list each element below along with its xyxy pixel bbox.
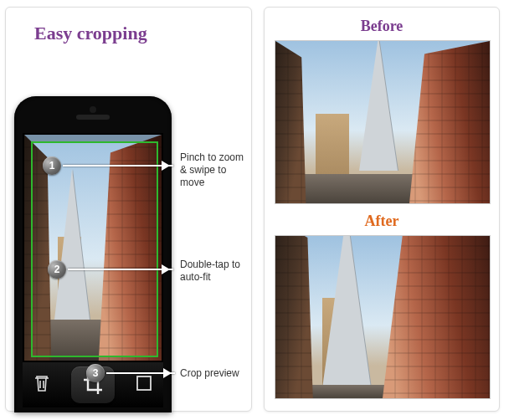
panel-title: Easy cropping [6,8,251,44]
svg-rect-0 [137,376,151,390]
callout-text-3: Crop preview [180,367,250,380]
callout-text-2: Double-tap to auto-fit [180,259,250,284]
before-label: Before [275,18,489,35]
aspect-ratio-icon[interactable] [135,374,153,396]
after-label: After [275,213,489,230]
easy-cropping-panel: Easy cropping [5,7,252,412]
after-image [275,235,491,399]
callout-text-1: Pinch to zoom & swipe to move [180,151,250,189]
before-image [275,40,491,204]
callout-bubble-3: 3 [86,364,105,382]
callout-bubble-2: 2 [48,260,66,279]
callout-arrow-3 [106,372,175,374]
callout-bubble-1: 1 [43,156,61,175]
trash-icon[interactable] [33,373,51,397]
before-after-panel: Before After [264,7,500,412]
callout-arrow-2 [68,269,173,270]
callout-arrow-1 [63,165,173,166]
